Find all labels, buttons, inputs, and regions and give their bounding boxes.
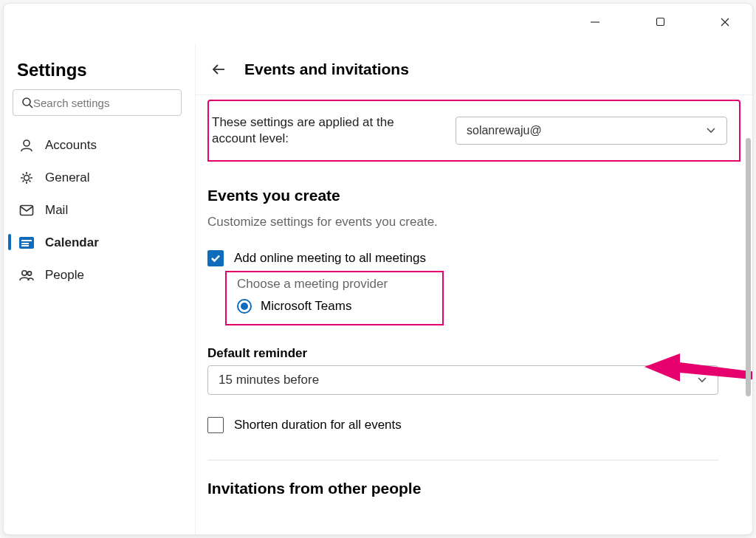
chevron-down-icon bbox=[706, 124, 716, 137]
back-button[interactable] bbox=[206, 61, 231, 77]
sidebar-item-general[interactable]: General bbox=[4, 162, 190, 194]
svg-point-7 bbox=[24, 176, 30, 181]
meeting-provider-option[interactable]: Microsoft Teams bbox=[237, 299, 433, 314]
settings-window: Settings Accounts bbox=[3, 3, 753, 535]
shorten-duration-label: Shorten duration for all events bbox=[234, 418, 402, 432]
account-scope-label: These settings are applied at the accoun… bbox=[212, 114, 433, 147]
meeting-provider-title: Choose a meeting provider bbox=[237, 277, 433, 292]
sidebar-nav: Accounts General Mail bbox=[4, 126, 190, 292]
person-icon bbox=[18, 138, 35, 153]
account-dropdown-value: solanrewaju@ bbox=[467, 124, 542, 137]
scrollbar[interactable] bbox=[746, 138, 751, 520]
search-input-wrap[interactable] bbox=[13, 89, 182, 116]
sidebar-title: Settings bbox=[4, 44, 190, 89]
page-title: Events and invitations bbox=[244, 61, 409, 78]
svg-rect-1 bbox=[656, 18, 664, 26]
sidebar-item-label: Calendar bbox=[45, 235, 99, 250]
calendar-icon bbox=[18, 237, 35, 249]
sidebar-item-label: Accounts bbox=[45, 138, 97, 153]
scrollbar-thumb[interactable] bbox=[746, 138, 751, 396]
sidebar-item-calendar[interactable]: Calendar bbox=[4, 227, 190, 259]
sidebar-item-label: People bbox=[45, 268, 84, 283]
checkbox-checked-icon[interactable] bbox=[207, 250, 224, 266]
content-area: These settings are applied at the accoun… bbox=[196, 95, 752, 497]
sidebar: Settings Accounts bbox=[4, 44, 196, 534]
main: Events and invitations These settings ar… bbox=[196, 44, 752, 534]
svg-point-10 bbox=[27, 272, 31, 275]
svg-line-5 bbox=[30, 105, 32, 108]
events-sub: Customize settings for events you create… bbox=[207, 215, 740, 230]
svg-point-6 bbox=[24, 140, 30, 146]
maximize-button[interactable] bbox=[643, 17, 677, 27]
minimize-button[interactable] bbox=[578, 17, 612, 27]
radio-selected-icon[interactable] bbox=[237, 299, 252, 314]
sidebar-item-people[interactable]: People bbox=[4, 259, 190, 292]
svg-point-4 bbox=[23, 98, 30, 106]
meeting-provider-label: Microsoft Teams bbox=[261, 299, 351, 314]
mail-icon bbox=[18, 204, 35, 216]
page-header: Events and invitations bbox=[196, 44, 752, 95]
default-reminder-value: 15 minutes before bbox=[219, 373, 319, 387]
titlebar bbox=[4, 4, 752, 44]
checkbox-unchecked-icon[interactable] bbox=[207, 417, 224, 433]
add-online-meeting-row[interactable]: Add online meeting to all meetings bbox=[207, 250, 740, 266]
chevron-down-icon bbox=[697, 373, 707, 387]
events-heading: Events you create bbox=[207, 187, 740, 204]
sidebar-item-label: Mail bbox=[45, 203, 68, 218]
gear-icon bbox=[18, 170, 35, 185]
default-reminder-label: Default reminder bbox=[207, 346, 740, 361]
svg-point-9 bbox=[22, 271, 27, 275]
body: Settings Accounts bbox=[4, 44, 752, 534]
sidebar-item-label: General bbox=[45, 170, 89, 185]
sidebar-item-accounts[interactable]: Accounts bbox=[4, 129, 190, 162]
meeting-provider-box: Choose a meeting provider Microsoft Team… bbox=[225, 271, 444, 325]
sidebar-item-mail[interactable]: Mail bbox=[4, 194, 190, 227]
account-scope-box: These settings are applied at the accoun… bbox=[207, 100, 740, 162]
search-icon bbox=[21, 97, 33, 108]
close-button[interactable] bbox=[708, 17, 742, 27]
account-dropdown[interactable]: solanrewaju@ bbox=[456, 117, 727, 145]
add-online-meeting-label: Add online meeting to all meetings bbox=[234, 251, 426, 266]
shorten-duration-row[interactable]: Shorten duration for all events bbox=[207, 417, 740, 433]
people-icon bbox=[18, 269, 35, 282]
invitations-heading: Invitations from other people bbox=[207, 480, 740, 497]
section-divider bbox=[207, 460, 718, 461]
search-input[interactable] bbox=[33, 97, 173, 109]
default-reminder-dropdown[interactable]: 15 minutes before bbox=[207, 365, 718, 395]
